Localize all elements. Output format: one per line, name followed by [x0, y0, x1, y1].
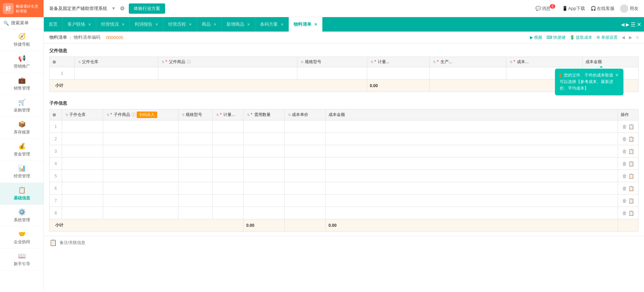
child-col-settings[interactable]: ⚙ [50, 109, 62, 120]
list-view-icon[interactable]: ≡ [636, 35, 639, 40]
child-row-1-warehouse[interactable] [62, 120, 103, 133]
delete-icon[interactable]: 🗑 [622, 210, 627, 216]
tab-home[interactable]: 首页 [44, 17, 63, 32]
gear-settings-icon[interactable]: ⚙ [120, 5, 125, 12]
delete-icon[interactable]: 🗑 [622, 173, 627, 179]
sidebar-item-operation[interactable]: 📊 经营管理 [0, 161, 44, 183]
delete-icon[interactable]: 🗑 [622, 186, 627, 191]
delete-icon[interactable]: 🗑 [622, 136, 627, 142]
app-download[interactable]: 📱 App下载 [562, 5, 585, 12]
child-row-3-warehouse[interactable] [62, 145, 103, 157]
child-row-1-spec[interactable] [178, 120, 213, 133]
sidebar-item-quick-nav[interactable]: 🧭 快捷导航 [0, 29, 44, 51]
copy-icon[interactable]: 📋 [628, 149, 634, 154]
parent-col-warehouse[interactable]: ⇅ 父件仓库 [75, 57, 158, 67]
tab-barcode-plan-close[interactable]: ✕ [281, 22, 284, 27]
tab-new-goods[interactable]: 新增商品 ✕ [222, 17, 255, 32]
tab-next-icon[interactable]: ▶ [626, 22, 629, 27]
child-row-8-unit[interactable] [213, 207, 244, 219]
child-row-8-unit-cost[interactable] [285, 207, 326, 219]
child-row-3-spec[interactable] [178, 145, 213, 157]
action-cost[interactable]: 💲 提取成本 [570, 35, 592, 40]
parent-warehouse-cell[interactable] [75, 67, 158, 80]
parent-goods-cell[interactable] [158, 67, 297, 80]
child-row-4-unit[interactable] [213, 157, 244, 170]
child-row-7-unit[interactable] [213, 195, 244, 207]
online-service[interactable]: 🎧 在线客服 [591, 5, 615, 12]
child-row-4-quantity[interactable] [244, 157, 285, 170]
parent-col-production[interactable]: ⇅ * 生产... [430, 57, 506, 67]
sidebar-item-guide[interactable]: 📖 新手引导 [0, 249, 44, 271]
child-row-1-goods[interactable] [103, 120, 178, 133]
child-col-unit[interactable]: ⇅ * 计量... [213, 109, 244, 120]
tab-customer-close[interactable]: ✕ [88, 22, 91, 27]
sidebar-item-basic-info[interactable]: 📋 基础信息 [0, 183, 44, 205]
parent-spec-cell[interactable] [297, 67, 367, 80]
tab-customer[interactable]: 客户联络 ✕ [63, 17, 96, 32]
child-row-3-quantity[interactable] [244, 145, 285, 157]
child-row-7-unit-cost[interactable] [285, 195, 326, 207]
tab-close-all-icon[interactable]: ✕ [637, 21, 641, 28]
sidebar-item-sales[interactable]: 💼 销售管理 [0, 73, 44, 95]
child-row-6-warehouse[interactable] [62, 182, 103, 195]
sidebar-item-system[interactable]: ⚙️ 系统管理 [0, 205, 44, 227]
sidebar-item-purchase[interactable]: 🛒 采购管理 [0, 95, 44, 117]
tab-goods[interactable]: 商品 ✕ [197, 17, 222, 32]
copy-icon[interactable]: 📋 [628, 186, 634, 191]
action-video[interactable]: ▶ 视频 [530, 35, 542, 40]
child-row-7-quantity[interactable] [244, 195, 285, 207]
copy-icon[interactable]: 📋 [628, 136, 634, 142]
sidebar-search[interactable]: 🔍 搜索菜单 [0, 17, 44, 29]
nav-next-icon[interactable]: ▶ [629, 35, 632, 40]
child-row-8-quantity[interactable] [244, 207, 285, 219]
scan-button[interactable]: 扫码录入 [137, 112, 157, 118]
parent-col-goods[interactable]: ⇅ * 父件商品 ⓘ [158, 57, 297, 67]
tab-new-goods-close[interactable]: ✕ [247, 22, 250, 27]
parent-unit-cell[interactable] [367, 67, 430, 80]
copy-icon[interactable]: 📋 [628, 161, 634, 166]
tab-operation-status-close[interactable]: ✕ [122, 22, 125, 27]
child-row-4-goods[interactable] [103, 157, 178, 170]
copy-icon[interactable]: 📋 [628, 173, 634, 179]
delete-icon[interactable]: 🗑 [622, 149, 627, 154]
tab-bom-list-close[interactable]: ✕ [314, 22, 317, 27]
tab-menu-icon[interactable]: ☰ [631, 21, 635, 28]
child-row-2-unit[interactable] [213, 133, 244, 145]
parent-col-cost[interactable]: ⇅ * 成本... [506, 57, 583, 67]
child-row-6-quantity[interactable] [244, 182, 285, 195]
breadcrumb-bom[interactable]: 物料清单 [49, 34, 67, 40]
delete-icon[interactable]: 🗑 [622, 124, 627, 129]
child-col-unit-cost[interactable]: ⇅ 成本单价 [285, 109, 326, 120]
child-row-8-spec[interactable] [178, 207, 213, 219]
child-row-3-goods[interactable] [103, 145, 178, 157]
action-single-settings[interactable]: ⚙ 单据设置 [596, 35, 618, 40]
message-area[interactable]: 💬 消息 6 [535, 5, 557, 12]
child-row-3-unit[interactable] [213, 145, 244, 157]
child-col-spec[interactable]: ⇅ 规格型号 [178, 109, 213, 120]
tab-operation-status[interactable]: 经营情况 ✕ [96, 17, 130, 32]
tab-bom-list[interactable]: 物料清单 ✕ [289, 17, 322, 32]
child-row-4-warehouse[interactable] [62, 157, 103, 170]
action-shortcut[interactable]: ⌨ 快捷键 [546, 35, 566, 40]
child-row-6-unit[interactable] [213, 182, 244, 195]
child-row-2-warehouse[interactable] [62, 133, 103, 145]
child-row-2-unit-cost[interactable] [285, 133, 326, 145]
child-row-2-spec[interactable] [178, 133, 213, 145]
child-col-goods[interactable]: ⇅ * 子件商品 ⓘ 扫码录入 [103, 109, 178, 120]
tab-barcode-plan[interactable]: 条码方案 ✕ [255, 17, 289, 32]
tab-operation-history[interactable]: 经营历程 ✕ [163, 17, 197, 32]
child-row-5-spec[interactable] [178, 170, 213, 182]
parent-col-spec[interactable]: ⇅ 规格型号 [297, 57, 367, 67]
child-row-3-unit-cost[interactable] [285, 145, 326, 157]
child-row-7-warehouse[interactable] [62, 195, 103, 207]
child-row-1-quantity[interactable] [244, 120, 285, 133]
trial-button[interactable]: 体验行业方案 [129, 3, 165, 14]
child-row-8-goods[interactable] [103, 207, 178, 219]
tab-prev-icon[interactable]: ◀ [621, 22, 624, 27]
child-row-5-warehouse[interactable] [62, 170, 103, 182]
copy-icon[interactable]: 📋 [628, 198, 634, 203]
child-row-7-goods[interactable] [103, 195, 178, 207]
child-row-8-warehouse[interactable] [62, 207, 103, 219]
child-row-1-unit-cost[interactable] [285, 120, 326, 133]
tab-operation-history-close[interactable]: ✕ [189, 22, 192, 27]
